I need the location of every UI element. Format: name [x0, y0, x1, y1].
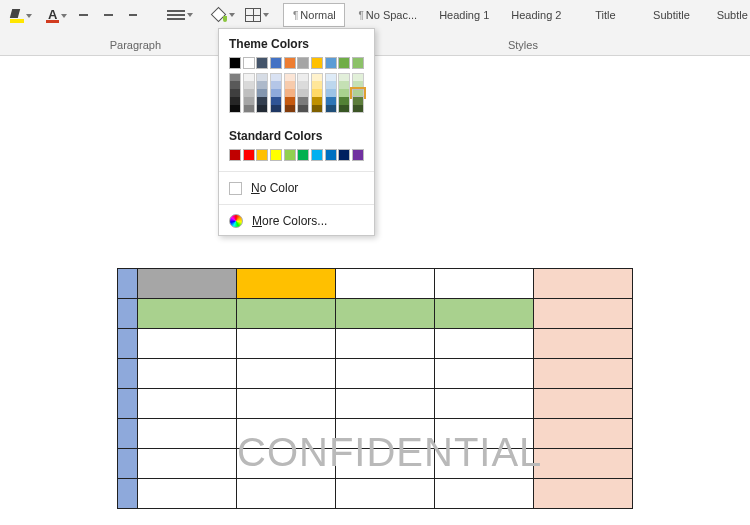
color-swatch[interactable]: [284, 149, 296, 161]
color-swatch[interactable]: [256, 57, 268, 69]
color-swatch[interactable]: [352, 73, 364, 81]
table-cell[interactable]: [435, 299, 534, 329]
color-swatch[interactable]: [229, 149, 241, 161]
color-swatch[interactable]: [311, 73, 323, 81]
color-swatch[interactable]: [297, 97, 309, 105]
table-cell[interactable]: [336, 479, 435, 509]
table-cell[interactable]: [118, 479, 138, 509]
table-cell[interactable]: [237, 449, 336, 479]
table-cell[interactable]: [435, 419, 534, 449]
color-swatch[interactable]: [229, 81, 241, 89]
table-cell[interactable]: [138, 419, 237, 449]
color-swatch[interactable]: [325, 105, 337, 113]
table-cell[interactable]: [534, 389, 633, 419]
table-cell[interactable]: [237, 359, 336, 389]
shading-button[interactable]: [209, 4, 237, 26]
color-swatch[interactable]: [229, 57, 241, 69]
style-chip[interactable]: ¶No Spac...: [349, 3, 426, 27]
color-swatch[interactable]: [243, 73, 255, 81]
color-swatch[interactable]: [256, 149, 268, 161]
highlight-color-button[interactable]: [8, 5, 34, 27]
color-swatch[interactable]: [338, 73, 350, 81]
table-cell[interactable]: [138, 449, 237, 479]
color-swatch[interactable]: [284, 81, 296, 89]
table-cell[interactable]: [336, 299, 435, 329]
table-cell[interactable]: [118, 359, 138, 389]
table-cell[interactable]: [138, 329, 237, 359]
table-cell[interactable]: [534, 479, 633, 509]
document-canvas[interactable]: CONFIDENTIAL: [0, 72, 750, 525]
color-swatch[interactable]: [325, 97, 337, 105]
table-cell[interactable]: [138, 269, 237, 299]
color-swatch[interactable]: [338, 97, 350, 105]
color-swatch[interactable]: [243, 57, 255, 69]
table-cell[interactable]: [237, 389, 336, 419]
table-cell[interactable]: [118, 449, 138, 479]
color-swatch[interactable]: [297, 73, 309, 81]
align-right-button[interactable]: [121, 7, 139, 23]
color-swatch[interactable]: [284, 89, 296, 97]
color-swatch[interactable]: [270, 149, 282, 161]
table-cell[interactable]: [336, 389, 435, 419]
color-swatch[interactable]: [297, 149, 309, 161]
table-cell[interactable]: [435, 329, 534, 359]
table-cell[interactable]: [435, 359, 534, 389]
color-swatch[interactable]: [229, 105, 241, 113]
color-swatch[interactable]: [297, 89, 309, 97]
color-swatch[interactable]: [229, 97, 241, 105]
table-cell[interactable]: [237, 269, 336, 299]
color-swatch[interactable]: [297, 81, 309, 89]
color-swatch[interactable]: [270, 105, 282, 113]
table-cell[interactable]: [118, 299, 138, 329]
table-cell[interactable]: [237, 329, 336, 359]
color-swatch[interactable]: [256, 89, 268, 97]
color-swatch[interactable]: [338, 105, 350, 113]
table-cell[interactable]: [336, 419, 435, 449]
more-colors-item[interactable]: More Colors...: [219, 207, 374, 235]
align-center-button[interactable]: [99, 7, 117, 23]
table-cell[interactable]: [336, 329, 435, 359]
style-chip[interactable]: Subtle E: [706, 3, 750, 27]
table-cell[interactable]: [435, 449, 534, 479]
line-spacing-button[interactable]: [165, 4, 195, 26]
color-swatch[interactable]: [284, 57, 296, 69]
style-chip[interactable]: Subtitle: [640, 3, 702, 27]
table-cell[interactable]: [534, 449, 633, 479]
table-cell[interactable]: [435, 389, 534, 419]
document-table[interactable]: [117, 268, 633, 509]
table-cell[interactable]: [534, 269, 633, 299]
table-cell[interactable]: [118, 389, 138, 419]
color-swatch[interactable]: [256, 81, 268, 89]
table-cell[interactable]: [435, 479, 534, 509]
table-cell[interactable]: [118, 269, 138, 299]
color-swatch[interactable]: [325, 89, 337, 97]
align-justify-button[interactable]: [143, 7, 161, 23]
style-chip[interactable]: Heading 1: [430, 3, 498, 27]
color-swatch[interactable]: [256, 105, 268, 113]
color-swatch[interactable]: [311, 105, 323, 113]
color-swatch[interactable]: [311, 81, 323, 89]
color-swatch[interactable]: [243, 105, 255, 113]
color-swatch[interactable]: [297, 105, 309, 113]
color-swatch[interactable]: [297, 57, 309, 69]
color-swatch[interactable]: [338, 149, 350, 161]
color-swatch[interactable]: [338, 81, 350, 89]
color-swatch[interactable]: [270, 89, 282, 97]
color-swatch[interactable]: [311, 97, 323, 105]
color-swatch[interactable]: [352, 81, 364, 89]
table-cell[interactable]: [138, 359, 237, 389]
no-color-item[interactable]: No Color: [219, 174, 374, 202]
color-swatch[interactable]: [270, 73, 282, 81]
color-swatch[interactable]: [338, 57, 350, 69]
color-swatch[interactable]: [256, 73, 268, 81]
table-cell[interactable]: [138, 479, 237, 509]
color-swatch[interactable]: [284, 73, 296, 81]
table-cell[interactable]: [118, 329, 138, 359]
color-swatch[interactable]: [270, 81, 282, 89]
table-cell[interactable]: [118, 419, 138, 449]
table-cell[interactable]: [534, 329, 633, 359]
color-swatch[interactable]: [325, 149, 337, 161]
color-swatch[interactable]: [243, 81, 255, 89]
table-cell[interactable]: [336, 359, 435, 389]
borders-button[interactable]: [243, 4, 271, 26]
